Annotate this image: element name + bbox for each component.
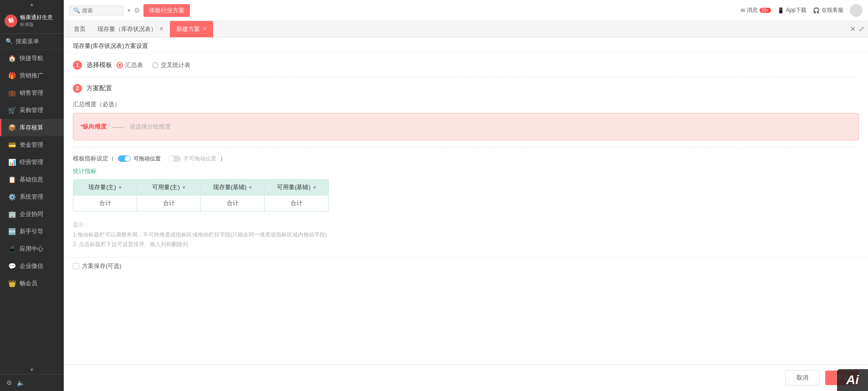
sidebar-item-enterprise[interactable]: 🏢 企业协同 bbox=[0, 206, 64, 223]
sidebar-item-label: 采购管理 bbox=[20, 106, 43, 114]
service-label: 在线客服 bbox=[822, 6, 843, 14]
sidebar-item-label: 营销推广 bbox=[20, 72, 43, 80]
home-icon: 🏠 bbox=[8, 54, 16, 62]
stats-col-header-1[interactable]: 可用量(主) ▾ bbox=[137, 180, 200, 196]
tips-section: 提示： 1.拖动标题栏可以调整布局，不可跨维度或指标区域拖动栏目字段(只能在同一… bbox=[73, 220, 859, 250]
tab-inventory-label: 现存量（库存状况表） bbox=[97, 25, 157, 33]
crown-icon: 👑 bbox=[8, 279, 16, 288]
toggle-non-draggable[interactable]: 不可拖动位置 bbox=[168, 155, 216, 163]
sidebar-item-label: 快捷导航 bbox=[20, 54, 43, 62]
sidebar-search[interactable]: 🔍 搜索菜单 bbox=[0, 34, 64, 50]
sidebar-item-newbie[interactable]: 🆕 新手引导 bbox=[0, 223, 64, 240]
industry-scheme-button[interactable]: 体验行业方案 bbox=[143, 4, 190, 17]
chevron-down-icon-1: ▾ bbox=[183, 185, 185, 190]
tabbar: 首页 现存量（库存状况表） ✕ 新建方案 ✕ ✕ ⤢ bbox=[64, 21, 868, 37]
cancel-button[interactable]: 取消 bbox=[785, 370, 820, 386]
sidebar-scroll-up[interactable]: ▲ bbox=[0, 0, 64, 9]
sidebar-item-label: 企业协同 bbox=[20, 210, 43, 218]
dim-section-label: 汇总维度（必选） bbox=[73, 100, 859, 108]
app-logo-icon: 畅 bbox=[5, 15, 17, 27]
toggle-draggable[interactable]: 可拖动位置 bbox=[118, 155, 161, 163]
page-header: 现存量(库存状况表)方案设置 bbox=[64, 37, 868, 53]
sidebar-scroll-down[interactable]: ▼ bbox=[0, 365, 64, 374]
toggle-draggable-knob bbox=[125, 156, 130, 161]
tips-item-1: 1.拖动标题栏可以调整布局，不可跨维度或指标区域拖动栏目字段(只能在同一维度或指… bbox=[73, 230, 859, 240]
stats-col-header-label-1: 可用量(主) bbox=[152, 183, 180, 191]
sidebar-item-inventory[interactable]: 📦 库存核算 bbox=[0, 119, 64, 136]
sidebar-item-member[interactable]: 👑 畅会员 bbox=[0, 275, 64, 292]
step1-label: 选择模板 bbox=[87, 61, 112, 69]
sidebar-item-system[interactable]: ⚙️ 系统管理 bbox=[0, 188, 64, 206]
tab-home-label: 首页 bbox=[74, 25, 86, 33]
topbar-search-box[interactable]: 🔍 bbox=[69, 5, 124, 15]
topbar-gear-icon[interactable]: ⚙ bbox=[134, 6, 140, 15]
sidebar-item-purchase[interactable]: 🛒 采购管理 bbox=[0, 102, 64, 119]
tab-close-all-icon[interactable]: ✕ bbox=[850, 25, 856, 33]
sidebar-item-label: 企业微信 bbox=[20, 262, 43, 270]
search-icon: 🔍 bbox=[73, 7, 80, 14]
app-label: App下载 bbox=[786, 6, 807, 14]
chevron-down-icon-0: ▾ bbox=[119, 185, 122, 190]
search-icon: 🔍 bbox=[5, 38, 13, 45]
step1-num: 1 bbox=[73, 61, 82, 70]
dim-box[interactable]: *纵向维度 —— 请选择分组维度 bbox=[73, 113, 859, 140]
save-checkbox[interactable] bbox=[73, 263, 79, 269]
topbar-search-input[interactable] bbox=[82, 7, 109, 14]
ai-watermark: Ai bbox=[837, 369, 868, 391]
page-title: 现存量(库存状况表)方案设置 bbox=[73, 42, 148, 49]
sidebar-item-app-center[interactable]: 📱 应用中心 bbox=[0, 240, 64, 257]
step2-num: 2 bbox=[73, 84, 82, 93]
sidebar: ▲ 畅 畅康通好生意 标准版 🔍 搜索菜单 🏠 快捷导航 🎁 营销推广 💼 销售… bbox=[0, 0, 64, 391]
toggle-non-draggable-pill[interactable] bbox=[168, 155, 181, 162]
topbar-message[interactable]: ✉ 消息 99+ bbox=[740, 6, 771, 14]
sidebar-item-label: 新手引导 bbox=[20, 227, 43, 236]
stats-col-1: 可用量(主) ▾ 合计 bbox=[137, 180, 201, 211]
stats-col-3: 可用量(基辅) ▾ 合计 bbox=[265, 180, 328, 211]
tab-new-scheme[interactable]: 新建方案 ✕ bbox=[170, 21, 213, 37]
topbar-online-service[interactable]: 🎧 在线客服 bbox=[813, 6, 843, 14]
sidebar-search-label: 搜索菜单 bbox=[15, 37, 39, 46]
message-label: 消息 bbox=[747, 6, 758, 14]
sidebar-item-management[interactable]: 📊 经营管理 bbox=[0, 154, 64, 171]
sidebar-item-quick-nav[interactable]: 🏠 快捷导航 bbox=[0, 50, 64, 67]
tab-new-scheme-close-icon[interactable]: ✕ bbox=[203, 26, 207, 32]
sidebar-item-wechat[interactable]: 💬 企业微信 bbox=[0, 257, 64, 275]
form-section: 1 选择模板 汇总表 交叉统计表 bbox=[64, 53, 868, 257]
stats-col-header-0[interactable]: 现存量(主) ▾ bbox=[73, 180, 137, 196]
sidebar-item-marketing[interactable]: 🎁 营销推广 bbox=[0, 67, 64, 84]
mobile-icon: 📱 bbox=[8, 245, 16, 253]
tab-home[interactable]: 首页 bbox=[68, 21, 91, 37]
step1-row: 1 选择模板 汇总表 交叉统计表 bbox=[73, 61, 859, 70]
stats-col-header-3[interactable]: 可用量(基辅) ▾ bbox=[265, 180, 328, 196]
sidebar-item-label: 库存核算 bbox=[20, 123, 43, 132]
toggle-draggable-pill[interactable] bbox=[118, 155, 131, 162]
sidebar-footer: ⚙ 🔈 bbox=[0, 374, 64, 391]
dim-placeholder: 请选择分组维度 bbox=[129, 123, 171, 131]
tab-expand-icon[interactable]: ⤢ bbox=[858, 25, 864, 33]
tab-inventory-close-icon[interactable]: ✕ bbox=[159, 26, 163, 32]
wechat-icon: 💬 bbox=[8, 262, 16, 270]
topbar-app-download[interactable]: 📱 App下载 bbox=[777, 6, 807, 14]
sidebar-logo: 畅 畅康通好生意 标准版 bbox=[0, 9, 64, 34]
card-icon: 💳 bbox=[8, 141, 16, 149]
speaker-icon[interactable]: 🔈 bbox=[17, 379, 25, 386]
radio-cross[interactable]: 交叉统计表 bbox=[152, 61, 190, 69]
chart-icon: 📊 bbox=[8, 158, 16, 166]
new-icon: 🆕 bbox=[8, 227, 16, 236]
chevron-down-icon[interactable]: ▾ bbox=[128, 7, 130, 14]
sidebar-item-finance[interactable]: 💳 资金管理 bbox=[0, 136, 64, 154]
tips-title: 提示： bbox=[73, 221, 89, 228]
sidebar-item-sales[interactable]: 💼 销售管理 bbox=[0, 84, 64, 102]
user-avatar[interactable] bbox=[850, 4, 863, 17]
tips-item-2: 2. 点击标题栏下拉可设置排序、插入列和删除列 bbox=[73, 240, 859, 250]
stats-col-header-2[interactable]: 现存量(基辅) ▾ bbox=[201, 180, 264, 196]
stats-table: 现存量(主) ▾ 合计 可用量(主) ▾ 合计 bbox=[73, 179, 329, 211]
building-icon: 🏢 bbox=[8, 210, 16, 218]
settings-icon[interactable]: ⚙ bbox=[6, 379, 12, 386]
sidebar-item-basic-info[interactable]: 📋 基础信息 bbox=[0, 171, 64, 188]
sidebar-item-label: 资金管理 bbox=[20, 141, 43, 149]
stats-table-header: 现存量(主) ▾ 合计 可用量(主) ▾ 合计 bbox=[73, 180, 328, 211]
tab-inventory-status[interactable]: 现存量（库存状况表） ✕ bbox=[91, 21, 170, 37]
radio-summary[interactable]: 汇总表 bbox=[117, 61, 143, 69]
sidebar-item-label: 销售管理 bbox=[20, 89, 43, 97]
